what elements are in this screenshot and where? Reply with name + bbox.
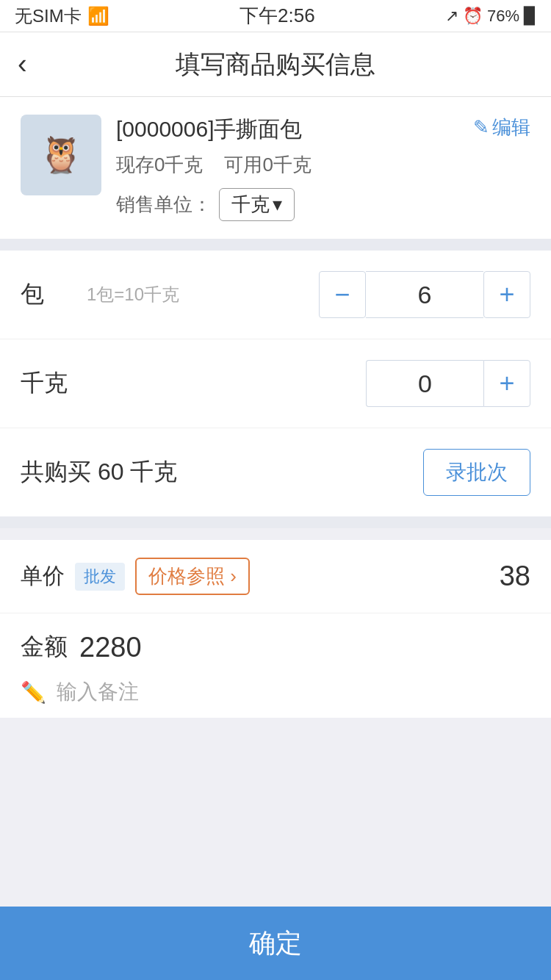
remark-row[interactable]: ✏️ 输入备注 <box>21 678 530 706</box>
batch-button[interactable]: 录批次 <box>423 449 530 496</box>
price-ref-button[interactable]: 价格参照 › <box>135 558 250 595</box>
package-label: 包 <box>21 278 79 311</box>
status-right: ↗ ⏰ 76% ▉ <box>445 7 536 26</box>
price-row: 单价 批发 价格参照 › 38 <box>21 558 530 595</box>
price-section: 单价 批发 价格参照 › 38 <box>0 540 551 613</box>
product-card: 🦉 [0000006]手撕面包 ✎ 编辑 现存0千克 可用0千克 销售单位： 千… <box>0 97 551 239</box>
remark-placeholder[interactable]: 输入备注 <box>57 678 139 706</box>
product-unit-row: 销售单位： 千克 ▾ <box>116 188 530 221</box>
battery-icon: ▉ <box>524 7 536 26</box>
kg-controls: + <box>366 360 530 407</box>
chevron-down-icon: ▾ <box>273 193 282 216</box>
confirm-button[interactable]: 确定 <box>0 907 551 980</box>
battery-text: 76% <box>487 7 519 26</box>
kg-plus-button[interactable]: + <box>483 360 530 407</box>
package-minus-button[interactable]: − <box>319 271 366 318</box>
page-title: 填写商品购买信息 <box>176 48 375 82</box>
price-label: 单价 <box>21 561 65 591</box>
back-button[interactable]: ‹ <box>18 48 27 80</box>
wifi-icon: 📶 <box>87 6 109 26</box>
divider-1 <box>0 239 551 251</box>
product-name-row: [0000006]手撕面包 ✎ 编辑 <box>116 115 530 145</box>
nav-bar: ‹ 填写商品购买信息 <box>0 32 551 97</box>
product-logo: 🦉 <box>39 134 83 176</box>
status-time: 下午2:56 <box>240 3 315 29</box>
product-name: [0000006]手撕面包 <box>116 115 302 145</box>
product-info: [0000006]手撕面包 ✎ 编辑 现存0千克 可用0千克 销售单位： 千克 … <box>116 115 530 221</box>
price-value: 38 <box>500 561 530 592</box>
package-input-row: 包 1包=10千克 − + <box>0 251 551 339</box>
amount-section: 金额 2280 ✏️ 输入备注 <box>0 613 551 718</box>
alarm-icon: ⏰ <box>463 7 483 26</box>
unit-selector[interactable]: 千克 ▾ <box>219 188 295 221</box>
pencil-icon: ✏️ <box>21 680 46 705</box>
package-quantity-input[interactable] <box>366 271 483 318</box>
product-image: 🦉 <box>21 115 101 195</box>
package-plus-button[interactable]: + <box>483 271 530 318</box>
amount-value: 2280 <box>79 632 142 663</box>
total-text: 共购买 60 千克 <box>21 456 177 489</box>
divider-2 <box>0 516 551 528</box>
package-controls: − + <box>319 271 530 318</box>
product-stock: 现存0千克 可用0千克 <box>116 152 530 178</box>
kg-input-row: 千克 + <box>0 339 551 428</box>
bottom-spacer <box>0 718 551 791</box>
amount-row: 金额 2280 <box>21 631 530 663</box>
package-sub-label: 1包=10千克 <box>87 283 319 306</box>
status-bar: 无SIM卡 📶 下午2:56 ↗ ⏰ 76% ▉ <box>0 0 551 32</box>
price-label-group: 单价 批发 价格参照 › <box>21 558 250 595</box>
kg-label: 千克 <box>21 367 79 400</box>
location-icon: ↗ <box>445 7 458 26</box>
edit-button[interactable]: ✎ 编辑 <box>473 115 530 140</box>
total-row: 共购买 60 千克 录批次 <box>0 428 551 516</box>
carrier-text: 无SIM卡 <box>15 4 82 28</box>
edit-icon: ✎ <box>473 116 489 139</box>
input-section: 包 1包=10千克 − + 千克 + <box>0 251 551 428</box>
price-badge: 批发 <box>75 563 125 591</box>
status-carrier: 无SIM卡 📶 <box>15 4 109 28</box>
kg-quantity-input[interactable] <box>366 360 483 407</box>
amount-label: 金额 <box>21 631 68 663</box>
